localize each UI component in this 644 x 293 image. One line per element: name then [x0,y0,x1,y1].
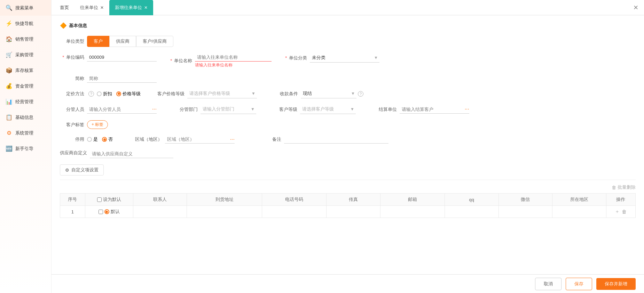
sidebar-item-inventory[interactable]: 📦 库存核算 [0,63,51,78]
sidebar-item-finance[interactable]: 💰 资金管理 [0,78,51,94]
row-fax [327,206,380,218]
settlement-unit-input[interactable] [400,105,463,113]
qq-input[interactable] [458,209,486,214]
unit-category-select[interactable]: 未分类 ▼ [310,53,379,63]
pricing-help-icon[interactable]: ? [88,91,94,97]
manager-field: 分管人员 ··· [60,105,157,114]
remark-field: 备注 [257,135,636,144]
payment-terms-value: 现结 [301,89,351,98]
unit-code-input[interactable] [87,53,157,62]
col-region: 所在地区 [552,194,606,206]
sidebar-item-quick-nav[interactable]: ⚡ 快捷导航 [0,16,51,31]
disabled-row: 停用 是 否 区域（地区） [60,135,636,144]
contact-table-section: 🗑 批量删除 序号 设为默认 联系人 到货 [60,180,636,218]
sidebar-item-sales[interactable]: 🏠 销售管理 [0,31,51,47]
abbreviation-input[interactable] [87,74,157,83]
customer-level-select[interactable]: 请选择客户等级 ▼ [300,105,356,114]
delete-row-button[interactable]: 🗑 [622,209,627,214]
payment-terms-select[interactable]: 现结 ▼ [301,89,356,98]
guide-icon: 🆕 [6,145,13,152]
payment-help-icon[interactable]: ? [358,91,363,97]
address-input[interactable] [204,209,245,214]
phone-input[interactable] [277,209,312,214]
settlement-more-btn[interactable]: ··· [465,106,469,112]
supplier-custom-input[interactable] [90,150,173,158]
contact-input[interactable] [146,209,174,214]
unit-name-input[interactable] [195,53,272,62]
email-input[interactable] [395,209,430,214]
row-region-input[interactable] [565,209,593,214]
tag-label: 客户标签 [60,122,84,128]
col-address: 到货地址 [187,194,262,206]
sidebar-item-purchase[interactable]: 🛒 采购管理 [0,47,51,63]
department-select[interactable]: 请输入分管部门 ▼ [201,105,256,114]
row-phone [262,206,327,218]
remark-input[interactable] [284,135,388,144]
unit-btn-customer[interactable]: 客户 [87,36,109,47]
sidebar-item-system[interactable]: ⚙ 系统管理 [0,125,51,141]
sidebar-item-label: 快捷导航 [15,21,33,27]
radio-no[interactable]: 否 [102,136,113,143]
close-all-button[interactable]: ✕ [630,4,641,11]
section-title: 🔶 基本信息 [60,22,636,29]
sidebar-item-label: 基础信息 [15,114,33,121]
cancel-button[interactable]: 取消 [535,278,561,290]
col-email: 邮箱 [380,194,445,206]
section-icon: 🔶 [60,22,67,29]
default-radio[interactable]: 默认 [104,209,120,215]
radio-discount[interactable]: 折扣 [97,91,112,97]
sidebar-item-operations[interactable]: 📊 经营管理 [0,94,51,109]
sidebar-item-basic-info[interactable]: 📋 基础信息 [0,109,51,125]
batch-delete-button[interactable]: 🗑 批量删除 [612,184,636,190]
unit-btn-both[interactable]: 客户/供应商 [136,36,173,47]
col-phone: 电话号码 [262,194,327,206]
col-fax: 传真 [327,194,380,206]
add-row-button[interactable]: ＋ [615,209,620,215]
wechat-input[interactable] [511,209,539,214]
unit-category-field: * 单位分类 未分类 ▼ [283,53,379,63]
customer-level-placeholder: 请选择客户等级 [300,105,350,114]
fax-input[interactable] [339,209,367,214]
customer-level-label: 客户等级 [273,106,297,113]
radio-price-level[interactable]: 价格等级 [116,91,141,97]
unit-btn-supplier[interactable]: 供应商 [109,36,136,47]
chevron-down-icon: ▼ [350,107,356,112]
department-field: 分管部门 请输入分管部门 ▼ [173,105,256,114]
select-all-checkbox[interactable] [97,197,102,202]
region-more-btn[interactable]: ··· [230,136,235,143]
custom-settings-button[interactable]: ⚙ 自定义项设置 [60,164,104,176]
tab-close-icon[interactable]: ✕ [100,5,104,10]
manager-input[interactable] [87,105,151,113]
tab-partner-units[interactable]: 往来单位 ✕ [74,0,109,15]
sidebar-item-label: 系统管理 [15,130,33,136]
radio-circle [97,91,102,96]
pricing-row: 定价方法 ? 折扣 价格等级 客户价格等级 [60,89,636,98]
save-and-new-button[interactable]: 保存并新增 [596,278,636,290]
customer-price-level-placeholder: 请选择客户价格等级 [187,89,251,98]
manager-more-btn[interactable]: ··· [152,106,157,112]
row-id: 1 [60,206,85,218]
pricing-method-field: 定价方法 ? 折扣 价格等级 [60,91,141,97]
row-checkbox[interactable] [99,210,103,214]
col-default: 设为默认 [85,194,133,206]
trash-icon: 🗑 [612,185,616,190]
manager-label: 分管人员 [60,106,84,113]
table-row: 1 默认 [60,206,636,218]
region-field: 区域（地区） ··· [135,135,235,144]
region-input[interactable] [165,135,229,143]
sidebar-item-guide[interactable]: 🆕 新手引导 [0,141,51,156]
settlement-unit-input-wrap: ··· [400,105,469,114]
search-icon: 🔍 [6,5,13,11]
table-toolbar: 🗑 批量删除 [60,184,636,190]
tab-close-icon[interactable]: ✕ [144,5,148,10]
customer-price-level-select[interactable]: 请选择客户价格等级 ▼ [187,89,257,98]
unit-info-row: * 单位编码 * 单位名称 请输入往来单位名称 * 单位分类 [60,53,636,68]
tab-new-partner[interactable]: 新增往来单位 ✕ [109,0,153,15]
add-tag-button[interactable]: + 标签 [87,120,108,129]
tab-home[interactable]: 首页 [54,0,74,15]
sidebar-item-search[interactable]: 🔍 搜索菜单 [0,0,51,16]
system-icon: ⚙ [6,130,13,136]
radio-yes[interactable]: 是 [87,136,98,143]
save-button[interactable]: 保存 [566,278,592,290]
sidebar-item-label: 新手引导 [15,146,33,152]
